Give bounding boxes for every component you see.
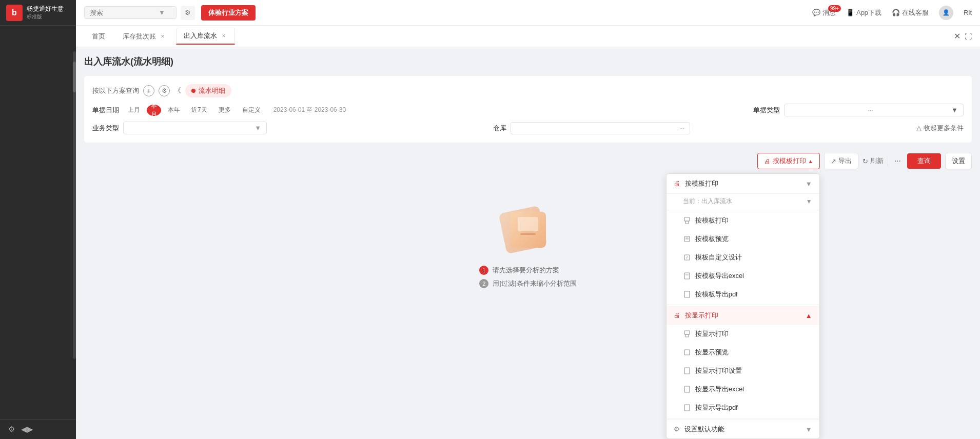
tab-batch-account-close[interactable]: × (159, 33, 166, 40)
dropdown-header-left: 🖨 按模板打印 (674, 179, 719, 188)
online-service-btn[interactable]: 🎧 在线客服 (892, 8, 929, 17)
print-arrow-icon: ▲ (808, 158, 813, 164)
date-btn-custom[interactable]: 自定义 (238, 104, 265, 116)
service-icon: 🎧 (892, 9, 900, 16)
sidebar: b 畅捷通好生意 标准版 🔍 搜索菜单 ⚡ 快捷导航 📢 营销推广 💰 销售管理… (0, 0, 76, 439)
empty-step-2-label: 用[过滤]条件来缩小分析范围 (493, 279, 576, 288)
service-label: 在线客服 (902, 8, 929, 17)
search-input[interactable] (90, 9, 156, 16)
print-btn[interactable]: 🖨 按模板打印 ▲ (757, 153, 820, 169)
template-preview-icon (683, 235, 691, 243)
msg-icon: 💬 (812, 9, 820, 16)
date-btn-this-year[interactable]: 本年 (163, 104, 185, 116)
dropdown-header-icon: 🖨 (674, 179, 680, 187)
empty-state: 1 请先选择要分析的方案 2 用[过滤]条件来缩小分析范围 (84, 173, 972, 319)
date-field: 单据日期 上月 本月 本年 近7天 更多 自定义 2023-06-01 至 20… (92, 104, 346, 116)
dropdown-footer[interactable]: ⚙ 设置默认功能 ▼ (667, 420, 819, 438)
dropdown-header-label: 按模板打印 (685, 179, 718, 187)
query-btn[interactable]: 查询 (907, 153, 941, 169)
dropdown-item-template-preview[interactable]: 按模板预览 (667, 230, 819, 248)
template-excel-icon (683, 272, 691, 280)
tab-batch-account[interactable]: 库存批次账 × (115, 28, 174, 44)
search-dropdown-icon[interactable]: ▼ (159, 9, 165, 16)
app-download-btn[interactable]: 📱 App下载 (846, 8, 881, 17)
date-field-label: 单据日期 (92, 106, 119, 115)
template-print-icon (683, 216, 691, 225)
app-label: App下载 (856, 8, 881, 17)
display-preview-icon (683, 348, 691, 356)
empty-step-2: 2 用[过滤]条件来缩小分析范围 (479, 279, 576, 288)
main-area: ▼ ⚙ 体验行业方案 💬 消息 99+ 📱 App下载 🎧 在线客服 👤 Rit (76, 0, 980, 439)
collapse-btn[interactable]: △ 收起更多条件 (916, 124, 964, 133)
svg-rect-11 (684, 350, 690, 355)
dropdown-item-display-pdf[interactable]: 按显示导出pdf (667, 398, 819, 417)
topbar-gear-btn[interactable]: ⚙ (181, 6, 195, 20)
sidebar-collapse-btn[interactable]: ◀▶ (21, 425, 33, 434)
user-avatar[interactable]: 👤 (939, 6, 953, 20)
dropdown-item-template-excel[interactable]: 按模板导出excel (667, 267, 819, 285)
dropdown-item-template-custom[interactable]: 模板自定义设计 (667, 248, 819, 267)
dropdown-item-display-print[interactable]: 按显示打印 (667, 325, 819, 343)
tab-inout-flow[interactable]: 出入库流水 × (176, 28, 235, 45)
refresh-btn[interactable]: ↻ 刷新 (863, 156, 884, 166)
date-btn-this-month[interactable]: 本月 (147, 105, 161, 116)
template-pdf-label: 按模板导出pdf (695, 290, 738, 299)
msg-btn[interactable]: 💬 消息 99+ (812, 8, 836, 17)
svg-rect-8 (684, 291, 690, 297)
tab-home-label: 首页 (92, 32, 105, 41)
display-pdf-label: 按显示导出pdf (695, 403, 738, 412)
svg-rect-0 (684, 217, 690, 221)
toolbar: 🖨 按模板打印 ▲ 🖨 按模板打印 ▼ 当前：出入库流水 (84, 149, 972, 173)
template-pdf-icon (683, 290, 691, 298)
empty-box-face (518, 217, 538, 231)
topbar-search-box[interactable]: ▼ (84, 6, 177, 19)
export-icon: ↗ (831, 157, 836, 165)
display-print-label: 按显示打印 (695, 329, 729, 338)
doc-type-more-icon: ··· (868, 107, 873, 114)
business-type-select[interactable]: ▼ (123, 122, 267, 134)
tabbar: 首页 库存批次账 × 出入库流水 × ✕ ⛶ (76, 26, 980, 47)
tabbar-expand-btn[interactable]: ⛶ (965, 32, 972, 41)
msg-badge: 99+ (828, 5, 841, 12)
settings-btn[interactable]: 设置 (945, 153, 972, 169)
app-name: 畅捷通好生意 (27, 5, 64, 13)
toolbar-more-icon[interactable]: ··· (892, 156, 903, 166)
dropdown-item-display-preview[interactable]: 按显示预览 (667, 343, 819, 362)
tabbar-close-btn[interactable]: ✕ (954, 31, 961, 41)
business-type-dropdown-icon: ▼ (254, 124, 261, 132)
doc-type-select[interactable]: ··· ▼ (784, 104, 964, 116)
date-btn-last-month[interactable]: 上月 (123, 104, 145, 116)
warehouse-select[interactable]: ··· (511, 122, 690, 134)
step-num-1: 1 (479, 266, 488, 275)
date-btn-more[interactable]: 更多 (214, 104, 236, 116)
tab-inout-flow-close[interactable]: × (220, 32, 227, 39)
date-buttons: 上月 本月 本年 近7天 更多 自定义 (123, 104, 265, 116)
date-btn-7days[interactable]: 近7天 (187, 104, 212, 116)
dropdown-header-arrow[interactable]: ▼ (806, 180, 812, 188)
filter-header: 按以下方案查询 + ⚙ 《 流水明细 (92, 84, 964, 97)
username-label[interactable]: Rit (964, 9, 972, 16)
dropdown-item-template-pdf[interactable]: 按模板导出pdf (667, 285, 819, 304)
display-pdf-icon (683, 404, 691, 412)
print-icon: 🖨 (764, 157, 771, 165)
filter-tag[interactable]: 流水明细 (185, 84, 231, 97)
filter-settings-btn[interactable]: ⚙ (159, 85, 170, 96)
export-btn[interactable]: ↗ 导出 (824, 153, 858, 169)
dropdown-item-display-excel[interactable]: 按显示导出excel (667, 380, 819, 398)
print-dropdown-panel: 🖨 按模板打印 ▼ 当前：出入库流水 ▼ 按模板打印 (666, 173, 820, 439)
content-area: 出入库流水(流水明细) 按以下方案查询 + ⚙ 《 流水明细 单据日期 上月 本… (76, 47, 980, 439)
sidebar-settings-btn[interactable]: ⚙ (8, 425, 15, 434)
warehouse-field: 仓库 ··· (493, 122, 690, 134)
filter-add-btn[interactable]: + (143, 85, 154, 96)
toolbar-divider (888, 156, 888, 166)
industry-btn[interactable]: 体验行业方案 (201, 5, 256, 21)
dropdown-section-display[interactable]: 🖨 按显示打印 ▲ (667, 306, 819, 325)
dropdown-divider-1 (667, 210, 819, 210)
filter-collapse-icon[interactable]: 《 (174, 86, 181, 95)
dropdown-section-arrow: ▲ (806, 312, 812, 320)
dropdown-item-display-settings[interactable]: 按显示打印设置 (667, 362, 819, 380)
dropdown-item-template-print[interactable]: 按模板打印 (667, 211, 819, 230)
dropdown-current-arrow: ▼ (806, 198, 812, 205)
print-btn-wrapper: 🖨 按模板打印 ▲ 🖨 按模板打印 ▼ 当前：出入库流水 (757, 153, 820, 169)
tab-home[interactable]: 首页 (84, 28, 113, 44)
